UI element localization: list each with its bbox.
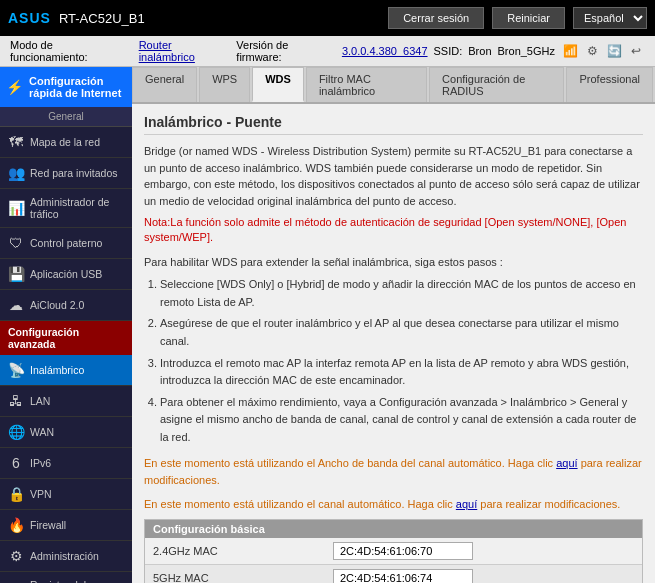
reiniciar-button[interactable]: Reiniciar [492,7,565,29]
sidebar-item-registro-label: Registro del sistema [30,579,124,583]
logout-icon[interactable]: ↩ [627,42,645,60]
sidebar-item-wan-label: WAN [30,426,54,438]
vpn-icon: 🔒 [8,486,24,502]
sidebar-item-vpn[interactable]: 🔒 VPN [0,479,132,510]
config-section-title: Configuración básica [145,520,642,538]
sidebar-item-mapa-label: Mapa de la red [30,136,100,148]
step-3: Introduzca el remoto mac AP la interfaz … [160,355,643,390]
trafico-icon: 📊 [8,200,24,216]
tab-filtro[interactable]: Filtro MAC inalámbrico [306,67,427,102]
sidebar-item-aicloud[interactable]: ☁ AiCloud 2.0 [0,290,132,321]
sidebar-item-red-invitados-label: Red para invitados [30,167,118,179]
firmware-value[interactable]: 3.0.0.4.380_6347 [342,45,428,57]
language-select[interactable]: Español [573,7,647,29]
channel-info-2: En este momento está utilizando el canal… [144,496,643,514]
content-body: Inalámbrico - Puente Bridge (or named WD… [132,104,655,583]
sidebar-item-firewall-label: Firewall [30,519,66,531]
config-row-mac5: 5GHz MAC [145,565,642,583]
tab-general[interactable]: General [132,67,197,102]
sidebar-item-lan-label: LAN [30,395,50,407]
sidebar-item-ipv6[interactable]: 6 IPv6 [0,448,132,479]
tabs-bar: General WPS WDS Filtro MAC inalámbrico C… [132,67,655,104]
sidebar-item-usb-label: Aplicación USB [30,268,102,280]
sidebar-item-control-paterno[interactable]: 🛡 Control paterno [0,228,132,259]
sidebar-item-trafico[interactable]: 📊 Administrador de tráfico [0,189,132,228]
sidebar-item-firewall[interactable]: 🔥 Firewall [0,510,132,541]
firmware-label: Versión de firmware: [236,39,336,63]
page-title: Inalámbrico - Puente [144,114,643,135]
asus-logo: ASUS [8,10,51,26]
steps-list: Seleccione [WDS Only] o [Hybrid] de modo… [160,276,643,446]
step-4: Para obtener el máximo rendimiento, vaya… [160,394,643,447]
sidebar-item-lan[interactable]: 🖧 LAN [0,386,132,417]
steps-header: Para habilitar WDS para extender la seña… [144,254,643,271]
mac5-input[interactable] [333,569,473,583]
content-area: General WPS WDS Filtro MAC inalámbrico C… [132,67,655,583]
advanced-section-label: Configuración avanzada [0,321,132,355]
control-paterno-icon: 🛡 [8,235,24,251]
admin-icon: ⚙ [8,548,24,564]
ssid-label: SSID: [434,45,463,57]
mac5-label: 5GHz MAC [153,572,333,583]
tab-wps[interactable]: WPS [199,67,250,102]
tab-radius[interactable]: Configuración de RADIUS [429,67,564,102]
tab-wds[interactable]: WDS [252,67,304,102]
firewall-icon: 🔥 [8,517,24,533]
cerrar-sesion-button[interactable]: Cerrar sesión [388,7,484,29]
quick-internet-icon: ⚡ [6,79,23,95]
note-text: Nota:La función solo admite el método de… [144,215,643,246]
usb-icon: 💾 [8,266,24,282]
mac24-input[interactable] [333,542,473,560]
lan-icon: 🖧 [8,393,24,409]
page-description: Bridge (or named WDS - Wireless Distribu… [144,143,643,209]
ssid-5g: Bron_5GHz [498,45,555,57]
mode-value[interactable]: Router inalámbrico [139,39,231,63]
router-model: RT-AC52U_B1 [59,11,145,26]
quick-internet-item[interactable]: ⚡ Configuración rápida de Internet [0,67,132,107]
sidebar-item-vpn-label: VPN [30,488,52,500]
wan-icon: 🌐 [8,424,24,440]
settings-icon[interactable]: ⚙ [583,42,601,60]
general-section-label: General [0,107,132,127]
sidebar-item-administracion[interactable]: ⚙ Administración [0,541,132,572]
tab-professional[interactable]: Professional [566,67,653,102]
config-section: Configuración básica 2.4GHz MAC 5GHz MAC… [144,519,643,583]
quick-internet-label: Configuración rápida de Internet [29,75,121,99]
sidebar-item-inalambrico[interactable]: 📡 Inalámbrico [0,355,132,386]
refresh-icon[interactable]: 🔄 [605,42,623,60]
header: ASUS RT-AC52U_B1 Cerrar sesión Reiniciar… [0,0,655,36]
sidebar: ⚡ Configuración rápida de Internet Gener… [0,67,132,583]
aicloud-icon: ☁ [8,297,24,313]
wifi-icon[interactable]: 📶 [561,42,579,60]
sidebar-item-mapa[interactable]: 🗺 Mapa de la red [0,127,132,158]
red-invitados-icon: 👥 [8,165,24,181]
sidebar-item-control-paterno-label: Control paterno [30,237,102,249]
info-bar: Modo de funcionamiento: Router inalámbri… [0,36,655,67]
mode-label: Modo de funcionamiento: [10,39,133,63]
channel-link-2[interactable]: aquí [456,498,477,510]
step-1: Seleccione [WDS Only] o [Hybrid] de modo… [160,276,643,311]
step-2: Asegúrese de que el router inalámbrico y… [160,315,643,350]
ssid-2g: Bron [468,45,491,57]
sidebar-item-red-invitados[interactable]: 👥 Red para invitados [0,158,132,189]
inalambrico-icon: 📡 [8,362,24,378]
sidebar-item-inalambrico-label: Inalámbrico [30,364,84,376]
main-layout: ⚡ Configuración rápida de Internet Gener… [0,67,655,583]
channel-link-1[interactable]: aquí [556,457,577,469]
sidebar-item-wan[interactable]: 🌐 WAN [0,417,132,448]
mac24-label: 2.4GHz MAC [153,545,333,557]
channel-info-1: En este momento está utilizando el Ancho… [144,455,643,490]
header-icons: 📶 ⚙ 🔄 ↩ [561,42,645,60]
config-row-mac24: 2.4GHz MAC [145,538,642,565]
sidebar-item-administracion-label: Administración [30,550,99,562]
sidebar-item-trafico-label: Administrador de tráfico [30,196,124,220]
sidebar-item-aicloud-label: AiCloud 2.0 [30,299,84,311]
sidebar-item-ipv6-label: IPv6 [30,457,51,469]
mapa-icon: 🗺 [8,134,24,150]
sidebar-item-usb[interactable]: 💾 Aplicación USB [0,259,132,290]
sidebar-item-registro[interactable]: 📋 Registro del sistema [0,572,132,583]
ipv6-icon: 6 [8,455,24,471]
